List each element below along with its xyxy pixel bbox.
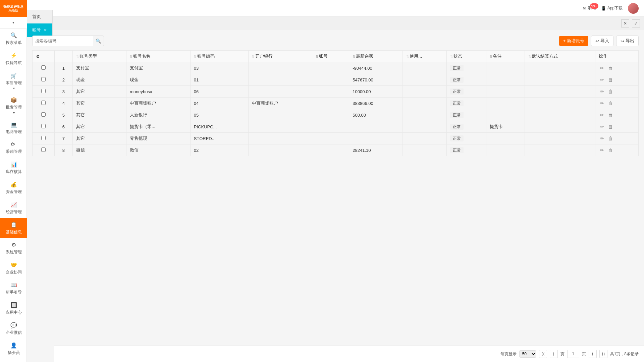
row-checkbox-1[interactable] xyxy=(41,77,46,81)
import-button[interactable]: ↩ 导入 xyxy=(591,36,613,46)
row-name-1: 现金 xyxy=(126,74,190,86)
add-account-button[interactable]: + 新增账号 xyxy=(559,36,588,46)
row-check-1[interactable] xyxy=(33,74,55,86)
edit-btn-0[interactable]: ✏ xyxy=(599,65,605,71)
col-header-status[interactable]: ⇅状态 xyxy=(447,51,486,62)
row-account_no-7 xyxy=(312,144,349,156)
sidebar-item-guide[interactable]: 📖 新手引导 xyxy=(0,279,27,299)
delete-btn-5[interactable]: 🗑 xyxy=(607,124,614,129)
row-checkbox-7[interactable] xyxy=(41,147,46,152)
app-download-btn[interactable]: 📱 App下载 xyxy=(601,5,623,11)
row-name-3: 中百商场账户 xyxy=(126,98,190,109)
col-header-bank[interactable]: ⇅开户银行 xyxy=(248,51,312,62)
delete-btn-7[interactable]: 🗑 xyxy=(607,147,614,153)
settings-col-icon[interactable]: ⚙ xyxy=(36,54,40,59)
page-next-btn[interactable]: ⟩ xyxy=(589,350,597,358)
row-settle-2 xyxy=(525,86,595,98)
delete-btn-6[interactable]: 🗑 xyxy=(607,136,614,141)
row-checkbox-2[interactable] xyxy=(41,89,46,93)
delete-btn-3[interactable]: 🗑 xyxy=(607,101,614,106)
tab-close-btn[interactable]: ✕ xyxy=(621,19,629,27)
row-usage-2 xyxy=(403,86,447,98)
row-name-0: 支付宝 xyxy=(126,62,190,74)
sidebar-label-basic: 基础信息 xyxy=(6,229,22,235)
page-first-btn[interactable]: ⟨⟨ xyxy=(539,350,547,358)
sidebar-label-purchase: 采购管理 xyxy=(6,149,22,155)
col-header-account_no[interactable]: ⇅账号 xyxy=(312,51,349,62)
row-checkbox-0[interactable] xyxy=(41,65,46,70)
row-checkbox-3[interactable] xyxy=(41,101,46,105)
edit-btn-7[interactable]: ✏ xyxy=(599,147,605,153)
tab-expand-btn[interactable]: ⤢ xyxy=(632,19,640,27)
row-check-2[interactable] xyxy=(33,86,55,98)
row-check-7[interactable] xyxy=(33,144,55,156)
message-btn[interactable]: ✉ 消息 99+ xyxy=(583,5,596,11)
delete-btn-4[interactable]: 🗑 xyxy=(607,112,614,118)
edit-btn-4[interactable]: ✏ xyxy=(599,112,605,118)
edit-btn-5[interactable]: ✏ xyxy=(599,124,605,129)
sidebar-item-basic[interactable]: 📋 基础信息 xyxy=(0,218,27,238)
col-header-usage[interactable]: ⇅使用... xyxy=(403,51,447,62)
sidebar-item-quicknav[interactable]: ⚡ 快捷导航 xyxy=(0,49,27,69)
delete-btn-0[interactable]: 🗑 xyxy=(607,65,614,71)
col-header-balance[interactable]: ⇅最新余额 xyxy=(349,51,403,62)
store-dropdown[interactable]: ▾ xyxy=(0,17,27,29)
row-check-5[interactable] xyxy=(33,121,55,133)
row-settle-6 xyxy=(525,133,595,144)
col-header-code[interactable]: ⇅账号编码 xyxy=(190,51,248,62)
col-header-name[interactable]: ⇅账号名称 xyxy=(126,51,190,62)
sidebar-item-purchase[interactable]: 🛍 采购管理 xyxy=(0,138,27,158)
row-checkbox-6[interactable] xyxy=(41,136,46,140)
search-button[interactable]: 🔍 xyxy=(93,36,104,46)
sidebar-item-bizwechat[interactable]: 💬 企业微信 xyxy=(0,319,27,339)
col-header-type[interactable]: ⇅账号类型 xyxy=(72,51,126,62)
row-checkbox-4[interactable] xyxy=(41,112,46,117)
ecommerce-icon: 💻 xyxy=(10,121,17,128)
delete-btn-1[interactable]: 🗑 xyxy=(607,77,614,82)
avatar[interactable] xyxy=(628,3,639,14)
row-check-3[interactable] xyxy=(33,98,55,109)
page-number-input[interactable] xyxy=(567,350,579,358)
page-last-btn[interactable]: ⟩⟩ xyxy=(599,350,607,358)
sidebar-item-operation[interactable]: 📈 经营管理 xyxy=(0,198,27,218)
row-usage-0 xyxy=(403,62,447,74)
row-action-0: ✏ 🗑 xyxy=(595,62,639,74)
row-num-0: 1 xyxy=(54,62,72,74)
sidebar-item-inventory[interactable]: 📊 库存核算 xyxy=(0,158,27,178)
col-header-settle[interactable]: ⇅默认结算方式 xyxy=(525,51,595,62)
sidebar-item-agreement[interactable]: 🤝 企业协同 xyxy=(0,258,27,279)
tab-home[interactable]: 首页 xyxy=(27,10,53,23)
page-size-select[interactable]: 50 100 200 xyxy=(519,350,536,358)
row-num-2: 3 xyxy=(54,86,72,98)
search-input[interactable] xyxy=(33,36,93,46)
row-type-5: 其它 xyxy=(72,121,126,133)
delete-btn-2[interactable]: 🗑 xyxy=(607,89,614,94)
row-action-4: ✏ 🗑 xyxy=(595,109,639,121)
sidebar-item-wholesale[interactable]: 📦 批发管理 ▾ xyxy=(0,94,27,118)
sidebar-label-inventory: 库存核算 xyxy=(6,169,22,175)
export-button[interactable]: ↪ 导出 xyxy=(616,36,639,46)
sidebar-item-retail[interactable]: 🛒 零售管理 ▾ xyxy=(0,69,27,94)
operation-icon: 📈 xyxy=(10,201,17,208)
edit-btn-3[interactable]: ✏ xyxy=(599,101,605,106)
sidebar-item-system[interactable]: ⚙ 系统管理 xyxy=(0,238,27,258)
sidebar-item-appcenter[interactable]: 🔲 应用中心 xyxy=(0,299,27,319)
col-header-remark[interactable]: ⇅备注 xyxy=(486,51,525,62)
wholesale-icon: 📦 xyxy=(10,97,17,103)
sidebar-item-finance[interactable]: 💰 资金管理 xyxy=(0,178,27,198)
edit-btn-6[interactable]: ✏ xyxy=(599,136,605,141)
row-check-4[interactable] xyxy=(33,109,55,121)
row-check-6[interactable] xyxy=(33,133,55,144)
status-badge-6: 正常 xyxy=(450,135,464,141)
row-account_no-2 xyxy=(312,86,349,98)
page-prev-btn[interactable]: ⟨ xyxy=(550,350,558,358)
sidebar-item-search[interactable]: 🔍 搜索菜单 xyxy=(0,29,27,49)
sidebar-item-member[interactable]: 👤 畅会员 xyxy=(0,339,27,359)
row-num-5: 6 xyxy=(54,121,72,133)
edit-btn-1[interactable]: ✏ xyxy=(599,77,605,82)
row-checkbox-5[interactable] xyxy=(41,124,46,128)
sidebar-item-ecommerce[interactable]: 💻 电商管理 xyxy=(0,118,27,138)
row-type-0: 支付宝 xyxy=(72,62,126,74)
row-check-0[interactable] xyxy=(33,62,55,74)
edit-btn-2[interactable]: ✏ xyxy=(599,89,605,94)
